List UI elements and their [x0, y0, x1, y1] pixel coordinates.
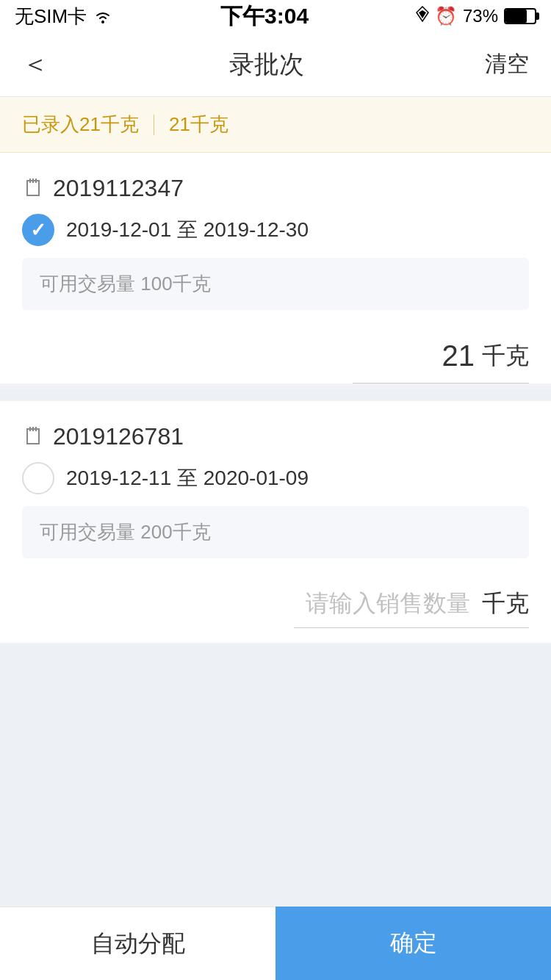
status-left: 无SIM卡: [15, 4, 113, 29]
batch1-unit: 千克: [482, 340, 529, 372]
batch2-date-row[interactable]: 2019-12-11 至 2020-01-09: [22, 462, 529, 494]
batch1-doc-icon: 🗒: [22, 175, 46, 202]
batch1-radio[interactable]: [22, 214, 54, 246]
batch1-id-row: 🗒 2019112347: [22, 175, 529, 202]
batch2-id: 2019126781: [53, 423, 184, 450]
battery-percent: 73%: [463, 6, 498, 26]
wifi-icon: [93, 8, 113, 24]
batch1-date: 2019-12-01 至 2019-12-30: [66, 216, 309, 244]
batch1-underline: [353, 383, 529, 383]
empty-content-area: [0, 644, 551, 938]
batch1-id: 2019112347: [53, 175, 184, 202]
batch1-quantity-value[interactable]: 21: [442, 339, 475, 372]
clear-button[interactable]: 清空: [485, 49, 529, 79]
recorded-label: 已录入21千克: [22, 112, 139, 137]
info-banner: 已录入21千克 21千克: [0, 97, 551, 153]
batch2-id-row: 🗒 2019126781: [22, 423, 529, 450]
carrier-text: 无SIM卡: [15, 4, 87, 29]
bottom-bar: 自动分配 确定: [0, 907, 551, 980]
batch2-card: 🗒 2019126781 2019-12-11 至 2020-01-09 可用交…: [0, 401, 551, 643]
batch1-available: 可用交易量 100千克: [22, 258, 529, 310]
total-label: 21千克: [169, 112, 228, 137]
status-bar: 无SIM卡 下午3:04 ⏰ 73%: [0, 0, 551, 32]
batch1-card: 🗒 2019112347 2019-12-01 至 2019-12-30 可用交…: [0, 153, 551, 383]
svg-point-0: [101, 21, 104, 24]
page-title: 录批次: [229, 48, 304, 82]
nav-bar: ＜ 录批次 清空: [0, 32, 551, 97]
auto-distribute-button[interactable]: 自动分配: [0, 907, 276, 980]
status-right: ⏰ 73%: [416, 6, 536, 26]
batch1-quantity-row: 21 千克: [0, 325, 551, 383]
back-button[interactable]: ＜: [22, 46, 48, 82]
batch1-available-text: 可用交易量 100千克: [40, 273, 211, 295]
batch2-date: 2019-12-11 至 2020-01-09: [66, 464, 309, 492]
batch1-date-row[interactable]: 2019-12-01 至 2019-12-30: [22, 214, 529, 246]
batch2-unit: 千克: [482, 588, 529, 620]
status-time: 下午3:04: [220, 1, 309, 32]
batch2-doc-icon: 🗒: [22, 423, 46, 450]
confirm-button[interactable]: 确定: [276, 907, 551, 980]
batch1-quantity-area: 21 千克: [442, 339, 530, 375]
batch2-input-placeholder: 请输入销售数量: [306, 588, 470, 620]
batch2-radio[interactable]: [22, 462, 54, 494]
battery-icon: [504, 8, 536, 24]
location-icon: [416, 6, 429, 26]
alarm-icon: ⏰: [435, 6, 457, 26]
batch2-available: 可用交易量 200千克: [22, 506, 529, 558]
info-divider: [154, 115, 154, 135]
batch2-input-row[interactable]: 请输入销售数量 千克: [0, 573, 551, 627]
batch2-available-text: 可用交易量 200千克: [40, 521, 211, 543]
card-separator-1: [0, 389, 551, 401]
